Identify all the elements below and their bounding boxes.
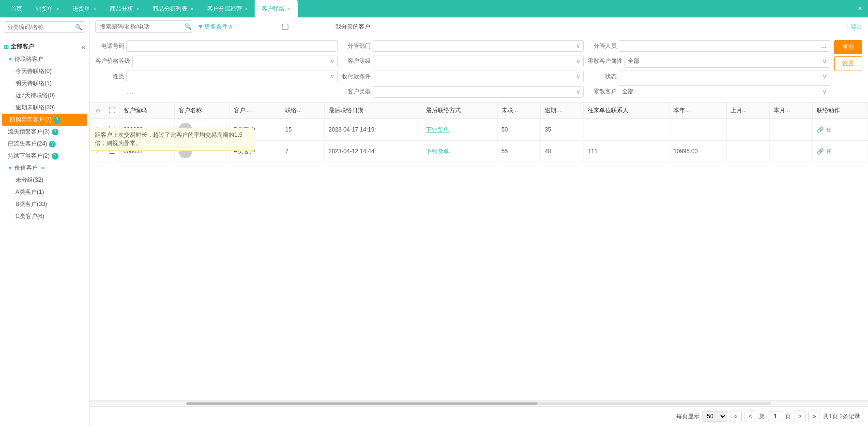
manager-select[interactable]: … bbox=[619, 40, 830, 52]
close-product-list-icon[interactable]: × bbox=[190, 6, 193, 12]
sidebar-item-repurchase-abnormal[interactable]: 回购异常客户(2) ? bbox=[2, 114, 87, 126]
nature-select[interactable]: ∨ bbox=[126, 71, 338, 82]
retail-customer-label: 零散客户 bbox=[588, 88, 617, 96]
th-customer-name: 客户名称 bbox=[174, 103, 229, 119]
collapse-sidebar-icon[interactable]: « bbox=[81, 43, 85, 51]
row-actions-2: 🔗 ⊞ bbox=[813, 141, 868, 162]
my-customers-checkbox-label[interactable]: 我分管的客户 bbox=[237, 23, 370, 31]
select-all-checkbox[interactable] bbox=[109, 107, 115, 113]
next-page-btn[interactable]: > bbox=[794, 411, 806, 422]
status-select[interactable]: ∨ bbox=[619, 71, 830, 82]
nav-item-sales[interactable]: 销货单 × bbox=[29, 0, 66, 17]
sidebar-item-7days[interactable]: 近7天待联络(0) bbox=[4, 89, 89, 102]
sidebar-item-tomorrow[interactable]: 明天待联络(1) bbox=[4, 77, 89, 89]
sidebar-search-area: 🔍 bbox=[0, 17, 89, 37]
nav-item-customer-tier[interactable]: 客户分层经营 × bbox=[200, 0, 255, 17]
retail-customer-arrow-icon: ∨ bbox=[822, 88, 827, 95]
settings-button[interactable]: 设置 bbox=[834, 56, 862, 71]
per-page-label: 每页显示 bbox=[676, 412, 700, 421]
customer-type-arrow-icon: ∨ bbox=[576, 88, 580, 95]
phone-input[interactable] bbox=[126, 40, 338, 52]
payment-select[interactable]: ∨ bbox=[373, 71, 584, 82]
scrollbar-track[interactable] bbox=[186, 402, 771, 405]
nav-item-customer-contact[interactable]: 客户联络 × bbox=[255, 0, 297, 17]
sidebar-search-icon[interactable]: 🔍 bbox=[75, 24, 82, 30]
last-method-link-2[interactable]: 下销货单 bbox=[426, 148, 449, 155]
sidebar-item-overdue[interactable]: 逾期未联络(30) bbox=[4, 102, 89, 114]
first-page-btn[interactable]: « bbox=[730, 411, 742, 422]
action-link-icon-1[interactable]: 🔗 bbox=[817, 126, 824, 133]
extra-dots[interactable]: … bbox=[126, 88, 134, 96]
more-conditions-label: 更多条件 bbox=[204, 23, 228, 31]
row-current-month-2 bbox=[769, 141, 812, 162]
more-conditions-btn[interactable]: ▼ 更多条件 ∧ bbox=[198, 23, 233, 31]
filter-search-icon[interactable]: 🔍 bbox=[184, 23, 192, 30]
search-input[interactable] bbox=[95, 20, 192, 33]
sidebar-item-declining[interactable]: 持续下滑客户(2) ? bbox=[0, 150, 89, 162]
retail-attr-select[interactable]: 全部 ∨ bbox=[624, 55, 830, 68]
value-arrow-icon: ▼ bbox=[8, 165, 13, 171]
nav-item-product-list[interactable]: 商品分析列表 × bbox=[146, 0, 200, 17]
pending-contacts-header[interactable]: ▼ 待联络客户 bbox=[4, 53, 89, 65]
export-btn[interactable]: ↑ 导出 bbox=[846, 23, 862, 31]
manager-label: 分管人员 bbox=[588, 42, 617, 50]
prev-page-icon: < bbox=[749, 413, 752, 420]
last-method-link-1[interactable]: 下销货单 bbox=[426, 126, 449, 133]
sidebar-item-today[interactable]: 今天待联络(0) bbox=[4, 65, 89, 77]
retail-customer-select[interactable]: 全部 ∨ bbox=[619, 85, 830, 98]
manager-dots[interactable]: … bbox=[821, 43, 827, 49]
prev-page-btn[interactable]: < bbox=[745, 411, 756, 422]
row-actions-1: 🔗 ⊞ bbox=[813, 119, 868, 141]
close-customer-contact-icon[interactable]: × bbox=[288, 6, 290, 12]
repurchase-info-icon[interactable]: ? bbox=[54, 117, 61, 123]
value-customers-header[interactable]: ▼ 价值客户 ✏ bbox=[4, 162, 89, 174]
action-link-icon-2[interactable]: 🔗 bbox=[817, 148, 824, 155]
row-overdue-1: 35 bbox=[541, 119, 584, 141]
row-last-method-2[interactable]: 下销货单 bbox=[422, 141, 498, 162]
price-tier-arrow-icon: ∨ bbox=[330, 58, 335, 65]
window-close-button[interactable]: × bbox=[858, 4, 862, 13]
customer-tier-select[interactable]: ∨ bbox=[373, 56, 584, 67]
page-input[interactable] bbox=[768, 411, 782, 421]
sidebar-item-churn-warning[interactable]: 流失预警客户(3) ? bbox=[0, 126, 89, 138]
all-customers-header[interactable]: ⊞ 全部客户 « bbox=[0, 40, 89, 53]
department-label: 分管部门 bbox=[342, 42, 371, 50]
close-product-analysis-icon[interactable]: × bbox=[136, 6, 139, 12]
nav-item-product-analysis[interactable]: 商品分析 × bbox=[103, 0, 146, 17]
filter-field-customer-tier: 客户等级 ∨ bbox=[342, 56, 584, 67]
th-settings[interactable]: ⚙ bbox=[90, 103, 105, 119]
close-purchase-icon[interactable]: × bbox=[93, 6, 96, 12]
query-button[interactable]: 查询 bbox=[834, 40, 862, 54]
close-customer-tier-icon[interactable]: × bbox=[245, 6, 248, 12]
my-customers-checkbox[interactable] bbox=[237, 24, 334, 30]
nav-item-home[interactable]: 首页 bbox=[4, 0, 29, 17]
th-current-year: 本年... bbox=[670, 103, 726, 119]
price-tier-select[interactable]: ∨ bbox=[132, 56, 338, 67]
sidebar-item-class-b[interactable]: B类客户(33) bbox=[4, 198, 89, 210]
sidebar-item-unclassified[interactable]: 未分组(32) bbox=[4, 174, 89, 186]
customer-type-select[interactable]: ∨ bbox=[373, 86, 584, 98]
filter-row-1: 电话号码 分管部门 ∨ 分管人员 … bbox=[95, 40, 830, 52]
sidebar-item-class-c[interactable]: C类客户(6) bbox=[4, 210, 89, 222]
customer-tier-arrow-icon: ∨ bbox=[576, 58, 580, 65]
department-select[interactable]: ∨ bbox=[373, 40, 584, 52]
horizontal-scrollbar[interactable] bbox=[90, 400, 868, 406]
churn-warning-info-icon[interactable]: ? bbox=[52, 129, 59, 135]
action-grid-icon-2[interactable]: ⊞ bbox=[827, 148, 832, 155]
sidebar-item-class-a[interactable]: A类客户(1) bbox=[4, 186, 89, 198]
last-page-btn[interactable]: » bbox=[808, 411, 820, 422]
close-sales-icon[interactable]: × bbox=[56, 6, 59, 12]
sidebar-search-input[interactable] bbox=[4, 21, 85, 33]
churned-info-icon[interactable]: ? bbox=[49, 141, 56, 147]
value-edit-icon[interactable]: ✏ bbox=[41, 165, 46, 172]
per-page-select[interactable]: 50 100 200 bbox=[702, 411, 727, 422]
declining-info-icon[interactable]: ? bbox=[52, 153, 59, 160]
nav-item-purchase[interactable]: 进货单 × bbox=[66, 0, 103, 17]
row-last-method-1[interactable]: 下销货单 bbox=[422, 119, 498, 141]
action-grid-icon-1[interactable]: ⊞ bbox=[827, 126, 832, 133]
filter-field-phone: 电话号码 bbox=[95, 40, 338, 52]
th-checkbox[interactable] bbox=[105, 103, 120, 119]
sidebar-item-churned[interactable]: 已流失客户(24) ? bbox=[0, 138, 89, 150]
row-uncontacted-2: 55 bbox=[497, 141, 540, 162]
scrollbar-thumb[interactable] bbox=[186, 402, 537, 405]
